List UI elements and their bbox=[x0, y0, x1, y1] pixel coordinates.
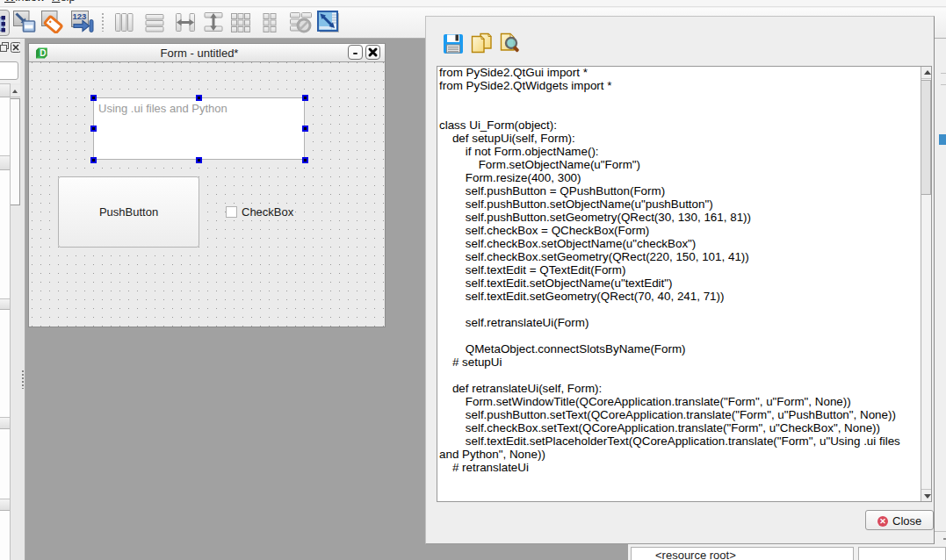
svg-text:D: D bbox=[40, 48, 46, 58]
svg-text:123: 123 bbox=[73, 11, 87, 21]
